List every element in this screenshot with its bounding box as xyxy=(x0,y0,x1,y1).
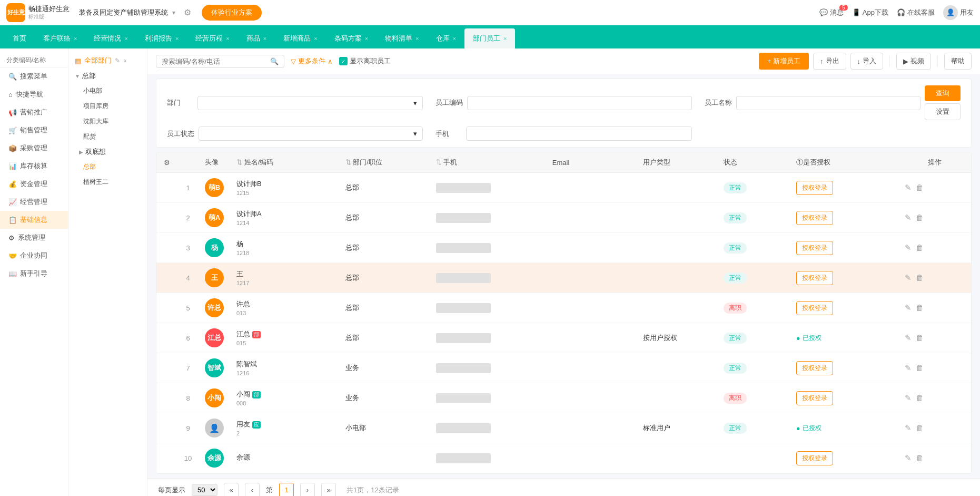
dept-item-zongbu[interactable]: 总部 xyxy=(68,159,147,174)
auth-button-6[interactable]: 授权登录 xyxy=(796,361,833,375)
edit-btn-2[interactable]: ✎ xyxy=(905,243,912,252)
row-settings-5[interactable] xyxy=(156,323,177,353)
filter-empcode-input[interactable] xyxy=(467,96,691,110)
filter-empname-input[interactable] xyxy=(736,96,920,110)
delete-btn-7[interactable]: 🗑 xyxy=(916,393,924,403)
delete-btn-8[interactable]: 🗑 xyxy=(916,423,924,433)
sidebar-item-finance[interactable]: 💰资金管理 xyxy=(0,175,68,193)
gear-icon[interactable]: ⚙ xyxy=(184,7,191,17)
edit-dept-icon[interactable]: ✎ xyxy=(115,57,120,64)
collapse-icon[interactable]: « xyxy=(123,57,127,64)
sidebar-item-purchase[interactable]: 📦采购管理 xyxy=(0,139,68,157)
row-settings-8[interactable] xyxy=(156,413,177,443)
dept-item-xiaodian[interactable]: 小电部 xyxy=(68,83,147,99)
close-tab-icon[interactable]: × xyxy=(503,35,507,42)
dept-item-peihuo[interactable]: 配货 xyxy=(68,129,147,144)
sidebar-item-operations[interactable]: 📈经营管理 xyxy=(0,193,68,211)
show-resigned-toggle[interactable]: ✓ 显示离职员工 xyxy=(339,56,391,66)
first-page-btn[interactable]: « xyxy=(224,483,239,497)
row-settings-3[interactable] xyxy=(156,263,177,293)
close-tab-icon[interactable]: × xyxy=(453,35,456,42)
nav-tab-客户联络[interactable]: 客户联络× xyxy=(35,28,85,48)
col-settings[interactable]: ⚙ xyxy=(156,152,177,173)
dept-item-shenyang[interactable]: 沈阳大库 xyxy=(68,114,147,129)
dept-item-zhishu[interactable]: 植树王二 xyxy=(68,174,147,190)
nav-tab-商品[interactable]: 商品× xyxy=(238,28,275,48)
nav-tab-仓库[interactable]: 仓库× xyxy=(428,28,464,48)
nav-tab-经营情况[interactable]: 经营情况× xyxy=(85,28,136,48)
prev-page-btn[interactable]: ‹ xyxy=(245,483,260,497)
sidebar-search-input[interactable] xyxy=(6,56,68,64)
sidebar-item-inventory[interactable]: 📊库存核算 xyxy=(0,157,68,175)
online-service-link[interactable]: 🎧 在线客服 xyxy=(897,8,935,17)
sidebar-item-sales[interactable]: 🛒销售管理 xyxy=(0,121,68,139)
nav-tab-首页[interactable]: 首页 xyxy=(4,28,35,48)
delete-btn-2[interactable]: 🗑 xyxy=(916,243,924,252)
view-button[interactable]: ▶ 视频 xyxy=(896,53,931,70)
close-tab-icon[interactable]: × xyxy=(226,35,229,42)
dropdown-arrow-icon[interactable]: ▾ xyxy=(172,9,175,16)
search-button[interactable]: 查询 xyxy=(925,85,961,101)
delete-btn-0[interactable]: 🗑 xyxy=(916,183,924,192)
edit-btn-0[interactable]: ✎ xyxy=(905,183,912,192)
close-tab-icon[interactable]: × xyxy=(314,35,317,42)
dept-all-btn[interactable]: ▦ 全部部门 ✎ « xyxy=(68,53,147,69)
auth-button-2[interactable]: 授权登录 xyxy=(796,241,833,255)
help-button[interactable]: 帮助 xyxy=(944,53,972,70)
close-tab-icon[interactable]: × xyxy=(415,35,419,42)
search-icon[interactable]: 🔍 xyxy=(270,57,279,65)
edit-btn-3[interactable]: ✎ xyxy=(905,273,912,283)
nav-tab-条码方案[interactable]: 条码方案× xyxy=(326,28,377,48)
dept-item-xiangmu[interactable]: 项目库房 xyxy=(68,99,147,114)
close-tab-icon[interactable]: × xyxy=(74,35,77,42)
auth-button-7[interactable]: 授权登录 xyxy=(796,391,833,405)
per-page-select[interactable]: 50 xyxy=(192,484,217,496)
edit-btn-5[interactable]: ✎ xyxy=(905,333,912,343)
delete-btn-3[interactable]: 🗑 xyxy=(916,273,924,283)
row-settings-7[interactable] xyxy=(156,383,177,413)
more-filter-btn[interactable]: ▽ 更多条件 ∧ xyxy=(291,56,333,66)
nav-tab-利润报告[interactable]: 利润报告× xyxy=(136,28,187,48)
row-settings-0[interactable] xyxy=(156,173,177,203)
edit-btn-8[interactable]: ✎ xyxy=(905,423,912,433)
filter-dept-select[interactable]: ▾ xyxy=(197,96,423,110)
last-page-btn[interactable]: » xyxy=(321,483,336,497)
sidebar-item-quick-nav[interactable]: ⌂快捷导航 xyxy=(0,85,68,103)
nav-tab-经营历程[interactable]: 经营历程× xyxy=(187,28,237,48)
dept-shuang-row[interactable]: ▶ 双底想 xyxy=(68,144,147,159)
auth-button-9[interactable]: 授权登录 xyxy=(796,451,833,465)
row-settings-9[interactable] xyxy=(156,443,177,473)
close-tab-icon[interactable]: × xyxy=(124,35,127,42)
collapse-hq-icon[interactable]: ▼ xyxy=(75,73,80,79)
auth-button-1[interactable]: 授权登录 xyxy=(796,211,833,225)
delete-btn-5[interactable]: 🗑 xyxy=(916,333,924,343)
add-employee-button[interactable]: + 新增员工 xyxy=(759,53,809,70)
edit-btn-6[interactable]: ✎ xyxy=(905,363,912,373)
message-button[interactable]: 💬 消息 5 xyxy=(819,8,844,17)
export-button[interactable]: ↑ 导出 xyxy=(813,53,846,70)
user-menu[interactable]: 👤 用友 xyxy=(943,5,974,20)
auth-button-4[interactable]: 授权登录 xyxy=(796,301,833,315)
edit-btn-7[interactable]: ✎ xyxy=(905,393,912,403)
import-button[interactable]: ↓ 导入 xyxy=(850,53,884,70)
sidebar-item-corp-collab[interactable]: 🤝企业协同 xyxy=(0,247,68,265)
sidebar-item-marketing[interactable]: 📢营销推广 xyxy=(0,103,68,121)
nav-tab-新增商品[interactable]: 新增商品× xyxy=(275,28,325,48)
auth-button-3[interactable]: 授权登录 xyxy=(796,271,833,285)
filter-empstatus-select[interactable]: ▾ xyxy=(199,127,423,141)
row-settings-1[interactable] xyxy=(156,203,177,233)
delete-btn-1[interactable]: 🗑 xyxy=(916,213,924,222)
edit-btn-9[interactable]: ✎ xyxy=(905,453,912,463)
close-tab-icon[interactable]: × xyxy=(263,35,266,42)
edit-btn-4[interactable]: ✎ xyxy=(905,303,912,313)
edit-btn-1[interactable]: ✎ xyxy=(905,213,912,222)
row-settings-6[interactable] xyxy=(156,353,177,383)
trial-button[interactable]: 体验行业方案 xyxy=(202,5,262,21)
sidebar-item-search-menu[interactable]: 🔍搜索菜单 xyxy=(0,67,68,85)
next-page-btn[interactable]: › xyxy=(300,483,315,497)
auth-button-0[interactable]: 授权登录 xyxy=(796,181,833,195)
nav-tab-物料清单[interactable]: 物料清单× xyxy=(377,28,427,48)
sidebar-item-basic-info[interactable]: 📋基础信息 xyxy=(0,211,68,229)
row-settings-4[interactable] xyxy=(156,293,177,323)
close-tab-icon[interactable]: × xyxy=(175,35,179,42)
